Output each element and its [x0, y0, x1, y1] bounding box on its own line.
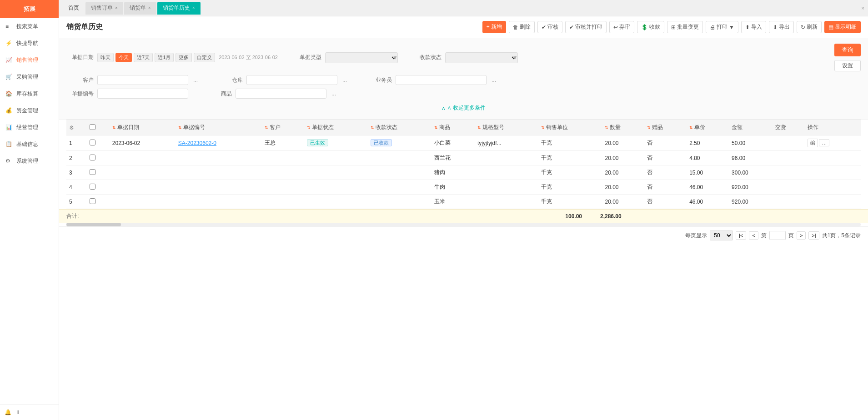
next-page-btn[interactable]: >: [797, 231, 806, 240]
cell-action[interactable]: [805, 151, 861, 165]
sidebar-item-ops-mgmt[interactable]: 📊 经营管理: [0, 119, 59, 136]
doc-type-select[interactable]: [325, 52, 398, 63]
th-qty[interactable]: ⇅数量: [602, 120, 644, 135]
salesperson-input[interactable]: [396, 75, 487, 85]
cell-docno[interactable]: [176, 195, 262, 209]
th-price[interactable]: ⇅单价: [687, 120, 729, 135]
tab-home[interactable]: 首页: [63, 2, 85, 15]
print-button[interactable]: 🖨 打印 ▼: [706, 21, 738, 33]
cell-docno[interactable]: [176, 151, 262, 165]
close-all-icon[interactable]: ×: [862, 5, 864, 11]
settings-icon[interactable]: ⚙: [69, 125, 74, 131]
sidebar-item-finance-mgmt[interactable]: 💰 资金管理: [0, 102, 59, 119]
cell-docno[interactable]: SA-20230602-0: [176, 135, 262, 151]
warehouse-ellipsis[interactable]: ...: [341, 77, 348, 83]
customer-ellipsis[interactable]: ...: [192, 77, 199, 83]
delete-button[interactable]: 🗑 删除: [509, 21, 535, 33]
th-customer[interactable]: ⇅客户: [262, 120, 304, 135]
goods-ellipsis[interactable]: ...: [330, 90, 337, 97]
sidebar-item-search-menu[interactable]: ≡ 搜索菜单: [0, 18, 59, 35]
scrollbar-thumb[interactable]: [66, 223, 121, 226]
sidebar-item-sales-mgmt[interactable]: 📈 销售管理: [0, 52, 59, 69]
tab-sales-order-close[interactable]: ×: [115, 5, 118, 10]
th-goods[interactable]: ⇅商品: [431, 120, 475, 135]
row-checkbox[interactable]: [90, 198, 95, 204]
row-checkbox[interactable]: [90, 169, 95, 175]
date-btn-custom[interactable]: 自定义: [194, 53, 215, 62]
cell-checkbox[interactable]: [87, 165, 109, 180]
doc-no-input[interactable]: [97, 89, 188, 99]
th-docstatus[interactable]: ⇅单据状态: [304, 120, 368, 135]
batch-change-button[interactable]: ⊞ 批量变更: [667, 21, 703, 33]
sidebar-item-purchase-mgmt[interactable]: 🛒 采购管理: [0, 69, 59, 85]
cell-checkbox[interactable]: [87, 180, 109, 195]
total-amount: 2,286.00: [600, 213, 622, 220]
cell-action[interactable]: [805, 195, 861, 209]
cell-docno[interactable]: [176, 180, 262, 195]
th-settings[interactable]: ⚙: [66, 120, 87, 135]
first-page-btn[interactable]: |<: [736, 231, 746, 240]
customer-input[interactable]: [97, 75, 188, 85]
abandon-button[interactable]: ↩ 弃审: [609, 21, 634, 33]
set-button[interactable]: 设置: [834, 60, 861, 71]
more-action-btn[interactable]: …: [819, 139, 829, 146]
tab-sales-goods[interactable]: 销货单 ×: [124, 2, 156, 15]
date-btn-7days[interactable]: 近7天: [134, 53, 153, 62]
export-button[interactable]: ⬇ 导出: [769, 21, 794, 33]
edit-action-btn[interactable]: 编: [808, 139, 818, 147]
review-button[interactable]: ✔ 审核: [537, 21, 562, 33]
select-all-checkbox[interactable]: [90, 124, 95, 130]
import-button[interactable]: ⬆ 导入: [741, 21, 766, 33]
collect-button[interactable]: 💲 收款: [637, 21, 664, 33]
total-qty: 100.00: [509, 213, 600, 220]
th-date[interactable]: ⇅单据日期: [110, 120, 176, 135]
add-button[interactable]: + 新增: [482, 21, 506, 33]
th-spec[interactable]: ⇅规格型号: [475, 120, 538, 135]
show-detail-button[interactable]: ▤ 显示明细: [824, 21, 861, 33]
th-docno[interactable]: ⇅单据编号: [176, 120, 262, 135]
last-page-btn[interactable]: >|: [808, 231, 819, 240]
date-btn-1month[interactable]: 近1月: [155, 53, 174, 62]
sidebar-item-sys-mgmt[interactable]: ⚙ 系统管理: [0, 153, 59, 170]
page-input[interactable]: 1: [769, 231, 786, 240]
row-checkbox[interactable]: [90, 140, 95, 145]
total-label: 合计:: [66, 212, 121, 220]
cell-unit: 千克: [538, 180, 602, 195]
sidebar-item-inventory-calc[interactable]: 🏠 库存核算: [0, 85, 59, 102]
cell-checkbox[interactable]: [87, 195, 109, 209]
tab-sales-history[interactable]: 销货单历史 ×: [157, 2, 201, 15]
date-btn-yesterday[interactable]: 昨天: [97, 53, 114, 62]
th-gift[interactable]: ⇅赠品: [644, 120, 687, 135]
cell-checkbox[interactable]: [87, 135, 109, 151]
row-checkbox[interactable]: [90, 184, 95, 190]
cell-docno[interactable]: [176, 165, 262, 180]
sidebar-collapse-icon[interactable]: ⏸: [15, 409, 20, 415]
cell-action[interactable]: 编…: [805, 135, 861, 151]
sidebar-item-basic-info[interactable]: 📋 基础信息: [0, 136, 59, 153]
th-collectstatus[interactable]: ⇅收款状态: [368, 120, 431, 135]
query-button[interactable]: 查询: [834, 44, 861, 56]
th-unit[interactable]: ⇅销售单位: [538, 120, 602, 135]
cell-checkbox[interactable]: [87, 151, 109, 165]
refresh-button[interactable]: ↻ 刷新: [797, 21, 822, 33]
cell-action[interactable]: [805, 165, 861, 180]
sidebar-toggle-icon[interactable]: 🔔: [5, 409, 11, 415]
prev-page-btn[interactable]: <: [749, 231, 758, 240]
sidebar-item-quick-nav[interactable]: ⚡ 快捷导航: [0, 35, 59, 52]
tab-sales-history-close[interactable]: ×: [192, 5, 195, 10]
cell-action[interactable]: [805, 180, 861, 195]
date-btn-more[interactable]: 更多: [176, 53, 192, 62]
horizontal-scrollbar[interactable]: [66, 223, 861, 226]
collapse-filter-btn[interactable]: ∧ ∧ 收起更多条件: [66, 102, 861, 114]
doc-no-link[interactable]: SA-20230602-0: [178, 140, 216, 146]
review-print-button[interactable]: ✔ 审核并打印: [565, 21, 607, 33]
collect-status-select[interactable]: [445, 52, 518, 63]
per-page-select[interactable]: 50 20 100: [710, 230, 733, 240]
goods-input[interactable]: [236, 89, 326, 99]
date-btn-today[interactable]: 今天: [115, 53, 132, 62]
row-checkbox[interactable]: [90, 155, 95, 160]
warehouse-input[interactable]: [246, 75, 337, 85]
tab-sales-order[interactable]: 销售订单 ×: [85, 2, 123, 15]
tab-sales-goods-close[interactable]: ×: [148, 5, 151, 10]
salesperson-ellipsis[interactable]: ...: [490, 77, 497, 83]
